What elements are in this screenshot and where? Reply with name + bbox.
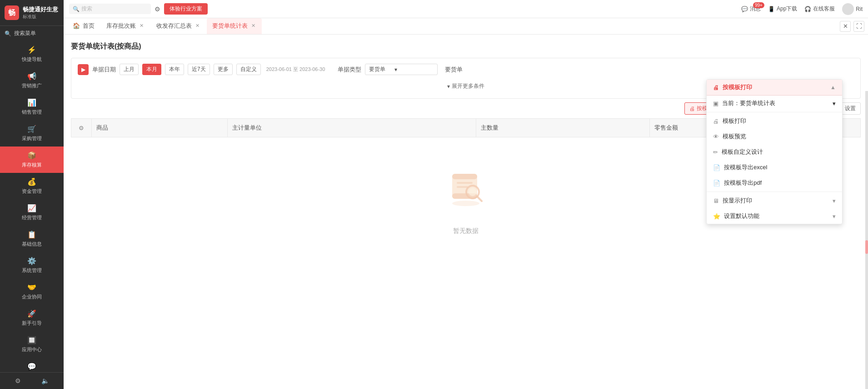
message-icon: 💬 (741, 6, 748, 12)
topbar-search[interactable]: 🔍 搜索 (69, 4, 151, 14)
current-print-label: 当前：要货单统计表 (722, 99, 775, 107)
user-avatar-btn[interactable]: Rit (842, 3, 863, 15)
tab-close-window-btn[interactable]: ✕ (840, 21, 851, 32)
app-download-btn[interactable]: 📱 App下载 (768, 5, 797, 13)
sidebar-item-apps[interactable]: 🔲 应用中心 (0, 331, 64, 358)
settings-btn[interactable]: 设置 (840, 102, 861, 115)
date-btn-custom[interactable]: 自定义 (236, 64, 261, 75)
template-excel-icon: 📄 (713, 164, 720, 171)
phone-icon: 📱 (768, 6, 775, 12)
date-filter-label: 单据日期 (92, 66, 116, 74)
type-filter-select[interactable]: 要货单 ▾ (365, 64, 438, 75)
sidebar-item-wechat[interactable]: 💬 企业微信 (0, 358, 64, 372)
svg-line-8 (477, 197, 482, 201)
sales-icon: 📊 (27, 98, 36, 107)
date-btn-prev-month[interactable]: 上月 (120, 64, 139, 75)
sidebar-item-system[interactable]: ⚙️ 系统管理 (0, 252, 64, 278)
template-design-item[interactable]: ✏ 模板自定义设计 (707, 144, 842, 160)
display-print-item[interactable]: 🖥 按显示打印 ▾ (707, 193, 842, 208)
tab-order-stats-close[interactable]: ✕ (250, 22, 256, 29)
filter-bar: ▶ 单据日期 上月 本月 本年 近7天 更多 自定义 2023-06-01 至 … (78, 64, 854, 75)
template-pdf-item[interactable]: 📄 按模板导出pdf (707, 175, 842, 191)
topbar-gear-btn[interactable]: ⚙ (155, 5, 160, 13)
set-default-chevron: ▾ (833, 213, 836, 220)
sidebar-item-marketing[interactable]: 📢 营销推广 (0, 67, 64, 94)
template-design-label: 模板自定义设计 (722, 148, 763, 156)
online-service-btn[interactable]: 🎧 在线客服 (804, 5, 835, 13)
sidebar-logo: 畅 畅捷通好生意 标准版 (0, 0, 64, 26)
type-select-chevron: ▾ (394, 66, 397, 73)
col-quantity: 主数量 (476, 119, 649, 137)
template-preview-icon: 👁 (713, 133, 719, 140)
sidebar-item-sales[interactable]: 📊 销售管理 (0, 94, 64, 120)
right-scrollbar-thumb (865, 240, 868, 254)
sidebar-settings-btn[interactable]: ⚙ (15, 377, 21, 384)
tab-home-label: 首页 (83, 22, 95, 30)
sidebar-item-purchase[interactable]: 🛒 采购管理 (0, 120, 64, 147)
tab-receivable-label: 收发存汇总表 (156, 22, 192, 30)
sidebar-item-enterprise[interactable]: 🤝 企业协同 (0, 278, 64, 305)
template-print-item[interactable]: 🖨 模板打印 (707, 113, 842, 129)
table-col-settings-btn[interactable]: ⚙ (76, 122, 87, 133)
tab-batch-account-label: 库存批次账 (106, 22, 136, 30)
template-pdf-label: 按模板导出pdf (724, 179, 762, 187)
sidebar-nav: ⚡ 快捷导航 📢 营销推广 📊 销售管理 🛒 采购管理 📦 库存核算 💰 资金管… (0, 41, 64, 372)
sidebar-item-label: 库存核算 (22, 162, 42, 168)
template-preview-label: 模板预览 (723, 132, 746, 141)
svg-rect-2 (452, 174, 477, 179)
template-preview-item[interactable]: 👁 模板预览 (707, 129, 842, 144)
col-unit: 主计量单位 (227, 119, 476, 137)
app-download-label: App下载 (777, 5, 797, 13)
print-dropdown-close[interactable]: ▲ (830, 84, 836, 91)
svg-rect-4 (457, 182, 473, 184)
sidebar-search[interactable]: 🔍 搜索菜单 (0, 26, 64, 41)
messages-badge: 99+ (753, 2, 764, 8)
display-print-chevron: ▾ (833, 197, 836, 204)
enterprise-icon: 🤝 (27, 283, 36, 292)
tab-receivable-summary[interactable]: 收发存汇总表 ✕ (151, 18, 206, 34)
sidebar-bottom: ⚙ 🔈 (0, 372, 64, 389)
messages-btn[interactable]: 💬 消息 99+ (741, 5, 761, 13)
filter-expand-btn[interactable]: ▶ (78, 64, 89, 75)
operations-icon: 📈 (27, 204, 36, 212)
sidebar-item-finance[interactable]: 💰 资金管理 (0, 173, 64, 199)
right-scrollbar[interactable] (865, 91, 868, 389)
basic-icon: 📋 (27, 230, 36, 239)
sidebar-item-label: 销售管理 (22, 109, 42, 116)
tab-receivable-close[interactable]: ✕ (195, 22, 200, 29)
date-btn-this-year[interactable]: 本年 (165, 64, 184, 75)
inventory-icon: 📦 (27, 151, 36, 160)
expand-icon: ▾ (447, 83, 450, 90)
app-version: 标准版 (23, 14, 58, 20)
tab-batch-account-close[interactable]: ✕ (139, 22, 145, 29)
type-select-value: 要货单 (369, 66, 385, 73)
finance-icon: 💰 (27, 177, 36, 186)
trial-industry-btn[interactable]: 体验行业方案 (164, 3, 208, 15)
sidebar-item-quick-nav[interactable]: ⚡ 快捷导航 (0, 41, 64, 67)
sidebar-sound-btn[interactable]: 🔈 (41, 377, 49, 384)
tab-maximize-btn[interactable]: ⛶ (853, 21, 864, 32)
print-current-item[interactable]: ▣ 当前：要货单统计表 ▾ (707, 96, 842, 111)
set-default-item[interactable]: ⭐ 设置默认功能 ▾ (707, 208, 842, 224)
username-label: Rit (856, 6, 863, 12)
print-dropdown-header: 🖨 按模板打印 ▲ (707, 80, 842, 96)
date-btn-7days[interactable]: 近7天 (188, 64, 210, 75)
sidebar-item-guide[interactable]: 🚀 新手引导 (0, 305, 64, 331)
sidebar-item-label: 经营管理 (22, 214, 42, 221)
sidebar-item-operations[interactable]: 📈 经营管理 (0, 199, 64, 226)
date-btn-this-month[interactable]: 本月 (142, 64, 161, 75)
empty-icon (443, 165, 489, 220)
sidebar-item-inventory[interactable]: 📦 库存核算 (0, 147, 64, 173)
tab-batch-account[interactable]: 库存批次账 ✕ (101, 18, 150, 34)
tab-home[interactable]: 🏠 首页 (67, 18, 100, 34)
template-excel-item[interactable]: 📄 按模板导出excel (707, 160, 842, 175)
marketing-icon: 📢 (27, 72, 36, 81)
sidebar-item-label: 资金管理 (22, 188, 42, 195)
sidebar-item-basic[interactable]: 📋 基础信息 (0, 226, 64, 252)
date-btn-more[interactable]: 更多 (214, 64, 233, 75)
svg-point-0 (452, 201, 479, 206)
divider-2 (707, 192, 842, 192)
current-print-icon: ▣ (713, 100, 718, 107)
tab-order-stats[interactable]: 要货单统计表 ✕ (207, 18, 262, 34)
svg-point-7 (469, 188, 477, 196)
